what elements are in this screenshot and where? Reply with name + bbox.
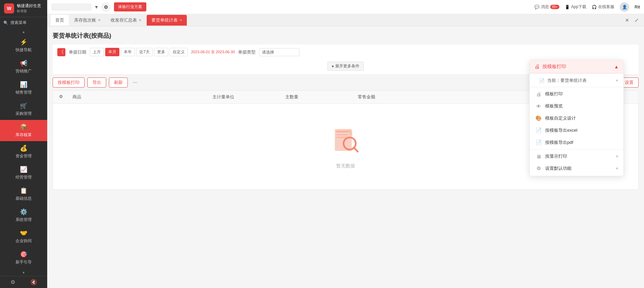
- dropdown-item-set-default[interactable]: ⚙ 设置默认功能 ▾: [530, 162, 623, 174]
- more-btn[interactable]: ···: [130, 78, 140, 87]
- tab-close-all[interactable]: ✕: [623, 16, 631, 24]
- template-print-icon: 🖨: [535, 91, 542, 97]
- th-unit: 主计量单位: [210, 91, 283, 103]
- th-amount: 零售金额: [355, 91, 428, 103]
- date-range: 2023-06-01 至 2023-06-30: [191, 50, 235, 55]
- topbar: ▾ ⚙ 体验行业方案 💬 消息 99+ 📱 App下载 🎧 在线客服 👤 Rit: [47, 0, 644, 14]
- tab-batch-accounts[interactable]: 库存批次账 ×: [69, 15, 105, 26]
- sidebar-search[interactable]: 🔍 搜索菜单: [0, 17, 47, 28]
- logo-tag: 标准版: [17, 9, 41, 13]
- tab-order-stats[interactable]: 要货单统计表 ×: [147, 15, 187, 26]
- type-select[interactable]: 请选择: [259, 48, 299, 56]
- logo-icon: W: [4, 3, 14, 13]
- sidebar-scroll-up[interactable]: ▲: [0, 28, 47, 35]
- dropdown-item-template-preview[interactable]: 👁 模板预览: [530, 100, 623, 112]
- tab-payment-summary-label: 收发存汇总表: [111, 17, 137, 23]
- display-print-icon: 🖥: [535, 154, 542, 159]
- nav-label-system: 系统管理: [16, 217, 32, 223]
- date-btn-this-year[interactable]: 本年: [121, 48, 135, 56]
- date-btn-custom[interactable]: 自定义: [170, 48, 188, 56]
- tab-expand[interactable]: ⤢: [633, 16, 641, 24]
- dropdown-item-template-excel[interactable]: 📄 按模板导出excel: [530, 124, 623, 136]
- tab-payment-summary-close[interactable]: ×: [139, 18, 141, 23]
- th-settings[interactable]: ⚙: [56, 91, 70, 103]
- print-btn[interactable]: 按模板打印: [53, 77, 85, 88]
- dropdown-item-template-design[interactable]: 🎨 模板自定义设计: [530, 112, 623, 124]
- topbar-search-input[interactable]: [51, 3, 92, 11]
- online-service-item[interactable]: 🎧 在线客服: [592, 4, 614, 10]
- date-btn-more[interactable]: 更多: [154, 48, 168, 56]
- nav-icon-marketing: 📢: [20, 60, 27, 67]
- topbar-settings-icon[interactable]: ⚙: [101, 2, 111, 12]
- nav-label-finance: 资金管理: [16, 153, 32, 159]
- divider-2: [530, 149, 623, 150]
- tab-batch-accounts-close[interactable]: ×: [98, 18, 100, 23]
- nav-icon-corp: 🤝: [20, 229, 27, 237]
- tab-payment-summary[interactable]: 收发存汇总表 ×: [106, 15, 146, 26]
- online-service-label: 在线客服: [598, 4, 614, 10]
- headset-icon: 🎧: [592, 5, 597, 9]
- th-qty: 主数量: [283, 91, 355, 103]
- svg-rect-2: [336, 134, 348, 135]
- nav-icon-inventory: 📦: [20, 123, 27, 131]
- trial-btn[interactable]: 体验行业方案: [114, 2, 146, 11]
- dropdown-header-arrow: ▲: [614, 64, 619, 69]
- tab-batch-accounts-label: 库存批次账: [74, 17, 96, 23]
- date-btn-group: 上月 本月 本年 近7天 更多 自定义: [90, 48, 188, 56]
- sidebar-item-finance[interactable]: 💰资金管理: [0, 141, 47, 162]
- display-print-label: 按显示打印: [545, 153, 613, 159]
- page: 要货单统计表(按商品) 《 单据日期 上月 本月 本年 近7天 更多 自定义 2…: [47, 26, 644, 288]
- settings-bottom-icon[interactable]: ⚙: [10, 279, 15, 285]
- set-default-label: 设置默认功能: [545, 165, 613, 171]
- tab-order-stats-label: 要货单统计表: [151, 17, 178, 23]
- sidebar-item-inventory[interactable]: 📦库存核算: [0, 120, 47, 141]
- tabs: 首页 库存批次账 × 收发存汇总表 × 要货单统计表 × ✕ ⤢: [47, 14, 644, 26]
- search-icon: 🔍: [3, 21, 8, 25]
- avatar[interactable]: 👤: [620, 2, 629, 12]
- sidebar-item-quick-nav[interactable]: ⚡快捷导航: [0, 35, 47, 56]
- sidebar-item-purchase[interactable]: 🛒采购管理: [0, 99, 47, 120]
- export-btn[interactable]: 导出: [87, 77, 106, 88]
- print-header-icon: 🖨: [534, 64, 540, 70]
- sidebar-item-marketing[interactable]: 📢营销推广: [0, 56, 47, 77]
- message-label: 消息: [541, 4, 549, 10]
- dropdown-header[interactable]: 🖨 按模板打印 ▲: [530, 60, 623, 73]
- nav-label-corp: 企业协同: [16, 238, 32, 244]
- nav-icon-guide: 🎯: [20, 251, 27, 258]
- tab-home-label: 首页: [55, 17, 64, 23]
- template-design-icon: 🎨: [535, 115, 542, 121]
- date-btn-last-month[interactable]: 上月: [90, 48, 104, 56]
- date-btn-this-month[interactable]: 本月: [105, 48, 119, 56]
- topbar-dropdown-icon[interactable]: ▾: [95, 4, 98, 10]
- sidebar-item-basic[interactable]: 📋基础信息: [0, 184, 47, 205]
- tab-home[interactable]: 首页: [51, 15, 69, 26]
- dropdown-item-template-pdf[interactable]: 📄 按模板导出pdf: [530, 136, 623, 149]
- sidebar-item-corp[interactable]: 🤝企业协同: [0, 226, 47, 247]
- dropdown-item-template-print[interactable]: 🖨 模板打印: [530, 88, 623, 100]
- template-pdf-icon: 📄: [535, 139, 542, 146]
- sidebar-item-operation[interactable]: 📈经营管理: [0, 162, 47, 184]
- sidebar-scroll-down[interactable]: ▼: [0, 269, 47, 276]
- nav-label-sales: 销售管理: [16, 90, 32, 95]
- sidebar-item-guide[interactable]: 🎯新手引导: [0, 247, 47, 268]
- dropdown-current-item[interactable]: 📄 当前：要货单统计表 ▾: [530, 75, 623, 86]
- topbar-right: 💬 消息 99+ 📱 App下载 🎧 在线客服 👤 Rit: [534, 2, 640, 12]
- sidebar-item-system[interactable]: ⚙️系统管理: [0, 205, 47, 226]
- empty-text: 暂无数据: [336, 163, 355, 169]
- expand-more-label: 展开更多条件: [335, 63, 359, 69]
- dropdown-item-display-print[interactable]: 🖥 按显示打印 ▾: [530, 150, 623, 162]
- refresh-btn[interactable]: 刷新: [109, 77, 128, 88]
- filter-expand-btn[interactable]: 《: [57, 48, 65, 56]
- expand-more-btn[interactable]: ▾ 展开更多条件: [327, 62, 364, 71]
- tab-order-stats-close[interactable]: ×: [180, 18, 182, 23]
- svg-rect-1: [336, 131, 350, 132]
- template-excel-label: 按模板导出excel: [545, 127, 618, 133]
- app-download-item[interactable]: 📱 App下载: [565, 4, 586, 10]
- mute-icon[interactable]: 🔇: [30, 279, 37, 285]
- sidebar-item-sales[interactable]: 📊销售管理: [0, 77, 47, 99]
- page-title: 要货单统计表(按商品): [53, 32, 639, 40]
- date-btn-7days[interactable]: 近7天: [136, 48, 153, 56]
- message-item[interactable]: 💬 消息 99+: [534, 4, 559, 10]
- nav-label-marketing: 营销推广: [16, 68, 32, 74]
- app-download-label: App下载: [571, 4, 586, 10]
